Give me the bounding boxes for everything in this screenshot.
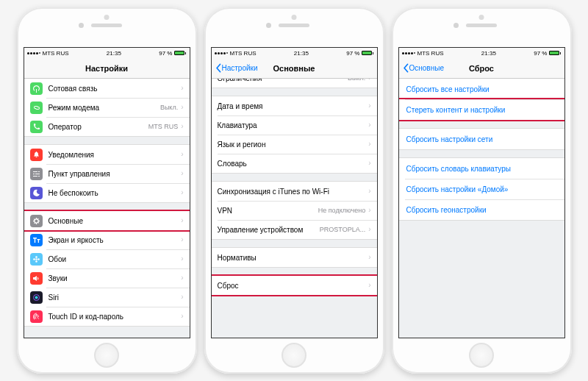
row-label: Обои: [49, 255, 182, 263]
row-value: PROSTOPLA...: [320, 226, 365, 233]
speaker-icon: [30, 272, 43, 285]
reset-row[interactable]: Сбросить все настройки: [399, 79, 564, 99]
general-row[interactable]: Язык и регион›: [212, 135, 377, 154]
settings-list[interactable]: Сотовая связь›Режим модемаВыкл.›Оператор…: [24, 79, 190, 338]
reset-row[interactable]: Сбросить геонастройки: [399, 199, 564, 220]
back-label: Настройки: [222, 64, 258, 72]
row-label: Язык и регион: [218, 140, 369, 149]
phone-icon: [30, 121, 43, 133]
phone-2: MTS RUS 21:35 97 % Настройки Основные Ог…: [204, 7, 384, 374]
home-button[interactable]: [94, 343, 119, 368]
settings-row-flower[interactable]: Обои›: [24, 249, 190, 268]
home-button[interactable]: [469, 343, 494, 368]
reset-row[interactable]: Стереть контент и настройки: [399, 99, 564, 120]
row-label: Siri: [49, 293, 182, 302]
reset-row[interactable]: Сбросить настройки сети: [399, 129, 564, 149]
chevron-right-icon: ›: [181, 85, 183, 92]
general-list[interactable]: ОграниченияВыкл.›Дата и время›Клавиатура…: [212, 79, 377, 338]
settings-row-speaker[interactable]: Звуки›: [24, 268, 190, 288]
row-label: Основные: [49, 217, 182, 225]
chevron-right-icon: ›: [181, 255, 183, 263]
general-row[interactable]: Нормативы›: [212, 248, 377, 267]
carrier-label: MTS RUS: [43, 50, 69, 57]
settings-row-switches[interactable]: Пункт управления›: [24, 164, 190, 183]
chevron-right-icon: ›: [368, 121, 370, 129]
settings-row-antenna[interactable]: Сотовая связь›: [24, 79, 190, 98]
row-label: Ограничения: [218, 79, 348, 82]
signal-icon: [402, 52, 415, 54]
screen-general: MTS RUS 21:35 97 % Настройки Основные Ог…: [211, 47, 378, 338]
status-bar: MTS RUS 21:35 97 %: [24, 48, 190, 58]
chevron-right-icon: ›: [181, 274, 183, 282]
row-label: Сброс: [218, 282, 369, 290]
settings-row-bell[interactable]: Уведомления›: [24, 145, 190, 164]
row-label: Оператор: [49, 123, 148, 131]
row-label: Не беспокоить: [49, 189, 182, 197]
signal-icon: [27, 52, 40, 54]
general-row[interactable]: Дата и время›: [212, 96, 377, 115]
row-label: Режим модема: [49, 104, 160, 112]
row-label: Уведомления: [49, 151, 182, 159]
row-label: Словарь: [218, 160, 369, 168]
battery-pct: 97 %: [159, 50, 172, 57]
general-row[interactable]: Управление устройствомPROSTOPLA...›: [212, 220, 377, 239]
battery-icon: [549, 51, 561, 55]
row-label: Сбросить настройки сети: [406, 135, 559, 143]
settings-row-finger[interactable]: Touch ID и код-пароль›: [24, 307, 190, 326]
back-button[interactable]: Настройки: [215, 63, 258, 73]
clock: 21:35: [481, 50, 496, 57]
phone-3: MTS RUS 21:35 97 % Основные Сброс Сброси…: [392, 7, 572, 374]
reset-list[interactable]: Сбросить все настройкиСтереть контент и …: [399, 79, 564, 338]
chevron-right-icon: ›: [181, 217, 183, 224]
general-row[interactable]: Сброс›: [212, 276, 377, 295]
settings-row-phone[interactable]: ОператорMTS RUS›: [24, 117, 190, 136]
reset-row[interactable]: Сбросить настройки «Домой»: [399, 179, 564, 199]
settings-row-siri[interactable]: Siri›: [24, 288, 190, 307]
back-button[interactable]: Основные: [402, 63, 444, 73]
general-row[interactable]: ОграниченияВыкл.›: [212, 79, 377, 88]
gear-icon: [30, 215, 43, 227]
status-bar: MTS RUS 21:35 97 %: [212, 48, 377, 58]
settings-row-link[interactable]: Режим модемаВыкл.›: [24, 98, 190, 117]
row-label: Сбросить все настройки: [406, 85, 559, 93]
chevron-right-icon: ›: [368, 140, 370, 148]
chevron-right-icon: ›: [368, 226, 370, 233]
home-button[interactable]: [282, 343, 306, 368]
chevron-right-icon: ›: [368, 188, 370, 195]
general-row[interactable]: Синхронизация с iTunes по Wi-Fi›: [212, 182, 377, 201]
row-label: Сотовая связь: [49, 85, 182, 93]
chevron-right-icon: ›: [368, 160, 370, 167]
svg-point-6: [35, 296, 37, 299]
general-row[interactable]: Словарь›: [212, 154, 377, 173]
chevron-left-icon: [402, 63, 409, 73]
chevron-right-icon: ›: [181, 151, 183, 158]
chevron-right-icon: ›: [368, 254, 370, 261]
row-label: VPN: [218, 207, 318, 215]
row-label: Пункт управления: [49, 170, 182, 178]
settings-row-moon[interactable]: Не беспокоить›: [24, 183, 190, 202]
chevron-right-icon: ›: [181, 189, 183, 196]
row-value: Выкл.: [160, 104, 178, 111]
screen-settings: MTS RUS 21:35 97 % Настройки Сотовая свя…: [24, 47, 190, 338]
nav-bar: Настройки Основные: [212, 58, 377, 79]
moon-icon: [30, 187, 43, 199]
row-label: Звуки: [49, 274, 182, 282]
settings-row-gear[interactable]: Основные›: [24, 211, 190, 230]
row-label: Синхронизация с iTunes по Wi-Fi: [218, 188, 369, 196]
flower-icon: [30, 253, 43, 266]
page-title: Основные: [273, 64, 315, 73]
svg-point-2: [35, 260, 37, 263]
row-label: Нормативы: [218, 254, 369, 262]
chevron-right-icon: ›: [368, 102, 370, 110]
svg-point-1: [35, 256, 37, 258]
battery-icon: [362, 51, 373, 55]
reset-row[interactable]: Сбросить словарь клавиатуры: [399, 158, 564, 179]
clock: 21:35: [107, 50, 121, 57]
carrier-label: MTS RUS: [417, 50, 444, 57]
row-label: Клавиатура: [218, 121, 369, 129]
settings-row-text-size[interactable]: Экран и яркость›: [24, 230, 190, 249]
general-row[interactable]: VPNНе подключено›: [212, 201, 377, 220]
screen-reset: MTS RUS 21:35 97 % Основные Сброс Сброси…: [398, 47, 565, 338]
chevron-right-icon: ›: [368, 282, 370, 289]
general-row[interactable]: Клавиатура›: [212, 115, 377, 135]
